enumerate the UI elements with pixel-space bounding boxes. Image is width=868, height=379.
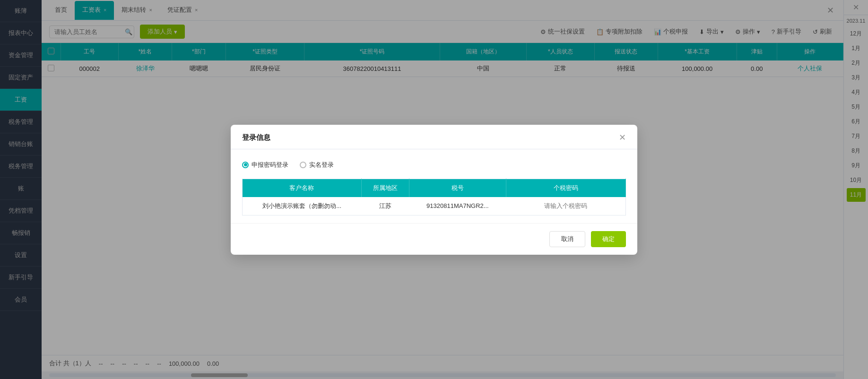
modal-overlay: 登录信息 ✕ 申报密码登录 实名登录 客户名称 所属地区 (0, 0, 868, 379)
modal-cell-region: 江苏 (361, 197, 409, 215)
modal-body: 申报密码登录 实名登录 客户名称 所属地区 税号 个税密码 (231, 149, 637, 223)
modal-col-name: 客户名称 (243, 179, 362, 197)
modal-header: 登录信息 ✕ (231, 125, 637, 149)
radio-label-实名: 实名登录 (309, 161, 334, 169)
radio-circle-申报密码 (242, 162, 249, 168)
modal-col-password: 个税密码 (506, 179, 625, 197)
modal-cell-tax-no: 91320811MA7NGR2... (409, 197, 506, 215)
modal-cell-password[interactable] (506, 197, 625, 215)
modal-title: 登录信息 (242, 133, 270, 142)
modal-client-table: 客户名称 所属地区 税号 个税密码 刘小艳演示账套（勿删勿动... 江苏 913… (242, 179, 626, 215)
cancel-button[interactable]: 取消 (549, 231, 585, 247)
modal-col-tax-no: 税号 (409, 179, 506, 197)
password-input[interactable] (512, 202, 620, 209)
modal-close-button[interactable]: ✕ (619, 133, 626, 142)
radio-label-申报密码: 申报密码登录 (252, 161, 288, 169)
modal-footer: 取消 确定 (231, 223, 637, 255)
radio-group: 申报密码登录 实名登录 (242, 161, 626, 169)
radio-申报密码登录[interactable]: 申报密码登录 (242, 161, 288, 169)
modal-col-region: 所属地区 (361, 179, 409, 197)
radio-circle-实名 (300, 162, 306, 168)
confirm-button[interactable]: 确定 (591, 231, 626, 247)
radio-实名登录[interactable]: 实名登录 (300, 161, 334, 169)
modal-cell-name: 刘小艳演示账套（勿删勿动... (243, 197, 362, 215)
modal-table-row: 刘小艳演示账套（勿删勿动... 江苏 91320811MA7NGR2... (243, 197, 626, 215)
login-info-modal: 登录信息 ✕ 申报密码登录 实名登录 客户名称 所属地区 (231, 125, 637, 255)
